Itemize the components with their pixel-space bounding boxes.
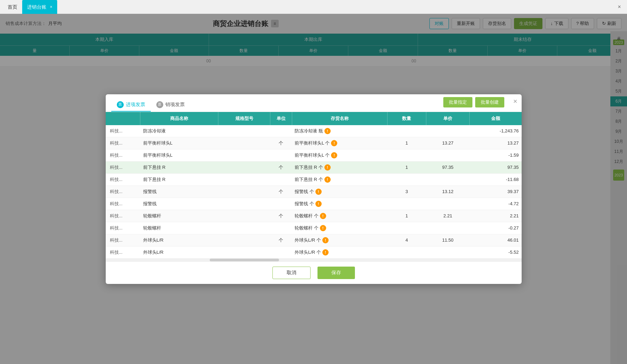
- table-row[interactable]: 科技... 前平衡杆球头L 前平衡杆球头L 个! -1.59: [106, 149, 522, 161]
- cell-unit-price: [426, 173, 470, 185]
- tab-incoming-invoice[interactable]: 票 进项发票: [111, 98, 151, 112]
- cell-product-name: 前下悬挂 R: [140, 161, 218, 173]
- cell-product-name: 前下悬挂 R: [140, 173, 218, 185]
- cell-inventory: 前平衡杆球头L 个!: [292, 137, 387, 149]
- main-content: 销售成本计算方法： 月平均 商贸企业进销台账 ≡ 对账 重新开账 存货别名 生成…: [0, 14, 627, 364]
- cell-product-name: 前平衡杆球头L: [140, 137, 218, 149]
- cell-unit-price: [426, 246, 470, 258]
- cell-company: 科技...: [106, 125, 140, 137]
- cell-spec: [218, 137, 270, 149]
- warn-icon[interactable]: !: [315, 189, 322, 195]
- warn-icon[interactable]: !: [320, 225, 326, 231]
- table-row[interactable]: 科技... 外球头L/R 外球头L/R 个! -5.52: [106, 246, 522, 258]
- cell-spec: [218, 173, 270, 185]
- modal-close-button[interactable]: ×: [513, 98, 517, 105]
- home-tab[interactable]: 首页: [3, 0, 22, 14]
- cell-product-name: 防冻冷却液: [140, 125, 218, 137]
- cell-amount: 46.01: [470, 234, 522, 246]
- cell-spec: [218, 161, 270, 173]
- cell-company: 科技...: [106, 210, 140, 222]
- cell-quantity: 3: [387, 185, 426, 198]
- cell-quantity: [387, 173, 426, 185]
- table-row[interactable]: 科技... 前平衡杆球头L 个 前平衡杆球头L 个! 1 13.27 13.27: [106, 137, 522, 149]
- modal-scrollbar-thumb[interactable]: [210, 259, 279, 261]
- cell-inventory: 报警线 个!: [292, 185, 387, 198]
- modal-scrollbar[interactable]: [106, 259, 522, 261]
- cell-product-name: 外球头L/R: [140, 246, 218, 258]
- cell-spec: [218, 234, 270, 246]
- cell-inventory: 前下悬挂 R 个!: [292, 173, 387, 185]
- cell-product-name: 报警线: [140, 198, 218, 210]
- warn-icon[interactable]: !: [324, 164, 331, 171]
- warn-icon[interactable]: !: [331, 140, 337, 146]
- warn-icon[interactable]: !: [322, 237, 329, 243]
- cell-amount: -5.52: [470, 246, 522, 258]
- cell-spec: [218, 125, 270, 137]
- table-row[interactable]: 科技... 轮毂螺杆 轮毂螺杆 个! -0.27: [106, 222, 522, 234]
- table-row[interactable]: 科技... 轮毂螺杆 个 轮毂螺杆 个! 1 2.21 2.21: [106, 210, 522, 222]
- cell-unit: 个: [270, 210, 292, 222]
- save-button[interactable]: 保存: [317, 267, 355, 279]
- cell-unit-price: [426, 198, 470, 210]
- cell-product-name: 外球头L/R: [140, 234, 218, 246]
- cell-inventory: 前平衡杆球头L 个!: [292, 149, 387, 161]
- cell-unit: 个: [270, 161, 292, 173]
- cell-spec: [218, 149, 270, 161]
- cell-spec: [218, 246, 270, 258]
- cell-quantity: [387, 125, 426, 137]
- col-amount: 金额: [470, 112, 522, 125]
- cell-unit: 个: [270, 137, 292, 149]
- close-tab-icon[interactable]: ×: [50, 0, 52, 14]
- cell-quantity: [387, 246, 426, 258]
- cell-product-name: 前平衡杆球头L: [140, 149, 218, 161]
- cell-quantity: 4: [387, 234, 426, 246]
- cell-unit: 个: [270, 185, 292, 198]
- cell-inventory: 外球头L/R 个!: [292, 234, 387, 246]
- cell-inventory: 防冻冷却液 瓶!: [292, 125, 387, 137]
- cell-unit: [270, 222, 292, 234]
- cell-unit-price: 13.27: [426, 137, 470, 149]
- cell-inventory: 报警线 个!: [292, 198, 387, 210]
- cell-company: 科技...: [106, 173, 140, 185]
- cell-amount: -1.59: [470, 149, 522, 161]
- table-row[interactable]: 科技... 报警线 个 报警线 个! 3 13.12 39.37: [106, 185, 522, 198]
- modal-table-wrapper[interactable]: 商品名称 规格型号 单位 存货名称 数量 单价 金额 科技... 防冻冷却液 防…: [106, 112, 522, 259]
- cell-unit-price: 11.50: [426, 234, 470, 246]
- cell-unit: [270, 198, 292, 210]
- cell-inventory: 外球头L/R 个!: [292, 246, 387, 258]
- cell-product-name: 轮毂螺杆: [140, 210, 218, 222]
- cell-inventory: 前下悬挂 R 个!: [292, 161, 387, 173]
- cell-company: 科技...: [106, 185, 140, 198]
- warn-icon[interactable]: !: [331, 152, 337, 158]
- tab-outgoing-invoice[interactable]: 票 销项发票: [151, 98, 190, 112]
- table-row[interactable]: 科技... 报警线 报警线 个! -4.72: [106, 198, 522, 210]
- window-close-button[interactable]: ×: [615, 3, 624, 11]
- table-row[interactable]: 科技... 前下悬挂 R 个 前下悬挂 R 个! 1 97.35 97.35: [106, 161, 522, 173]
- batch-create-button[interactable]: 批量创建: [475, 97, 504, 107]
- table-row[interactable]: 科技... 外球头L/R 个 外球头L/R 个! 4 11.50 46.01: [106, 234, 522, 246]
- cell-spec: [218, 222, 270, 234]
- cell-unit: [270, 173, 292, 185]
- incoming-invoice-icon: 票: [117, 101, 124, 108]
- cell-amount: -0.27: [470, 222, 522, 234]
- warn-icon[interactable]: !: [322, 249, 329, 255]
- outgoing-invoice-icon: 票: [156, 101, 163, 108]
- warn-icon[interactable]: !: [320, 213, 326, 219]
- invoice-table: 商品名称 规格型号 单位 存货名称 数量 单价 金额 科技... 防冻冷却液 防…: [106, 112, 522, 259]
- cell-inventory: 轮毂螺杆 个!: [292, 210, 387, 222]
- active-tab[interactable]: 进销台账 ×: [22, 0, 57, 14]
- cancel-button[interactable]: 取消: [272, 267, 311, 279]
- batch-assign-button[interactable]: 批量指定: [443, 97, 472, 107]
- table-row[interactable]: 科技... 防冻冷却液 防冻冷却液 瓶! -1,243.76: [106, 125, 522, 137]
- cell-unit-price: [426, 125, 470, 137]
- warn-icon[interactable]: !: [315, 201, 322, 207]
- cell-company: 科技...: [106, 222, 140, 234]
- cell-unit-price: 2.21: [426, 210, 470, 222]
- warn-icon[interactable]: !: [324, 128, 331, 134]
- table-row[interactable]: 科技... 前下悬挂 R 前下悬挂 R 个! -11.68: [106, 173, 522, 185]
- col-company: [106, 112, 140, 125]
- cell-unit: [270, 149, 292, 161]
- warn-icon[interactable]: !: [324, 176, 331, 183]
- cell-unit: [270, 125, 292, 137]
- cell-quantity: [387, 149, 426, 161]
